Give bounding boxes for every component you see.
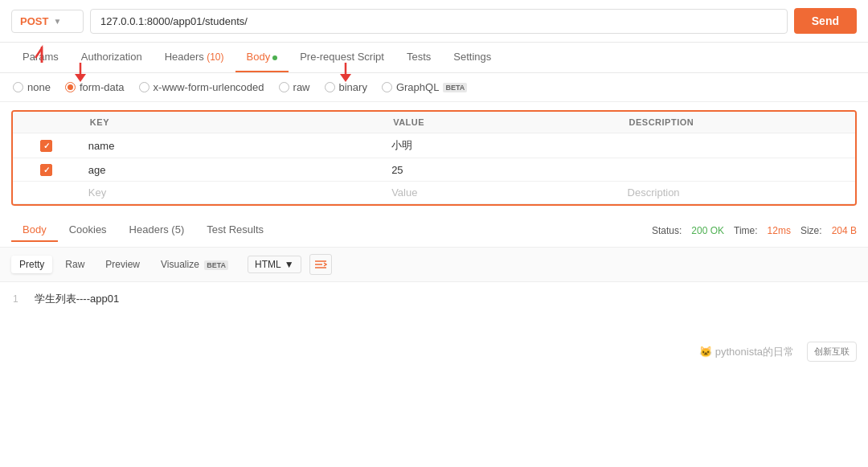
radio-form-data-circle — [65, 82, 76, 92]
radio-binary-label: binary — [339, 81, 367, 93]
row1-checkbox[interactable] — [40, 140, 52, 152]
resp-tab-test-results[interactable]: Test Results — [195, 219, 275, 242]
row2-checkbox[interactable] — [40, 164, 52, 176]
tab-pre-request[interactable]: Pre-request Script — [289, 43, 395, 72]
radio-form-data-label: form-data — [80, 81, 125, 93]
watermark-pythonista: 🐱 pythonista的日常 — [699, 345, 794, 359]
form-data-table: KEY VALUE DESCRIPTION name 小明 — [13, 112, 855, 204]
body-type-row: none form-data x-www-form-urlencoded raw… — [0, 73, 868, 102]
radio-form-data[interactable]: form-data — [65, 81, 125, 93]
method-chevron-icon: ▼ — [53, 17, 61, 26]
fmt-pretty[interactable]: Pretty — [11, 256, 52, 273]
row3-value[interactable]: Value — [383, 182, 619, 204]
radio-raw-circle — [279, 82, 289, 92]
tab-body[interactable]: Body — [235, 43, 289, 72]
resp-tab-cookies[interactable]: Cookies — [58, 219, 118, 242]
fmt-visualize[interactable]: Visualize BETA — [153, 256, 236, 273]
lang-select-label: HTML — [255, 259, 281, 270]
body-dot — [272, 55, 277, 60]
tab-tests[interactable]: Tests — [395, 43, 442, 72]
resp-tab-body[interactable]: Body — [11, 219, 58, 242]
time-label: Time: — [734, 225, 758, 236]
lang-select-chevron: ▼ — [285, 259, 294, 270]
row2-checkbox-cell[interactable] — [13, 158, 80, 182]
wrap-svg — [314, 259, 327, 270]
watermark-row: 🐱 pythonista的日常 创新互联 — [0, 330, 868, 368]
tab-headers[interactable]: Headers (10) — [154, 43, 235, 72]
radio-urlencoded-circle — [139, 82, 149, 92]
visualize-beta: BETA — [204, 260, 228, 270]
status-value: 200 OK — [691, 225, 724, 236]
graphql-beta-badge: BETA — [443, 83, 467, 92]
line-content-1: 学生列表----app01 — [35, 292, 119, 306]
radio-graphql-circle — [382, 82, 392, 92]
radio-urlencoded[interactable]: x-www-form-urlencoded — [139, 81, 264, 93]
line-number-1: 1 — [13, 293, 18, 305]
response-tabs-row: Body Cookies Headers (5) Test Results St… — [0, 214, 868, 248]
value-placeholder: Value — [391, 186, 417, 199]
time-value: 12ms — [768, 225, 791, 236]
tab-settings[interactable]: Settings — [442, 43, 502, 72]
radio-binary-circle — [325, 82, 335, 92]
wrap-icon[interactable] — [309, 254, 332, 275]
key-placeholder: Key — [88, 186, 106, 199]
status-label: Status: — [652, 225, 682, 236]
method-label: POST — [20, 15, 48, 27]
row1-key[interactable]: name — [80, 133, 383, 158]
row2-value[interactable]: 25 — [383, 158, 619, 182]
col-description: DESCRIPTION — [620, 112, 855, 133]
size-label: Size: — [800, 225, 822, 236]
table-row: Key Value Description — [13, 182, 855, 204]
form-data-table-wrap: KEY VALUE DESCRIPTION name 小明 — [11, 110, 857, 206]
radio-urlencoded-label: x-www-form-urlencoded — [154, 81, 264, 93]
send-button[interactable]: Send — [794, 8, 857, 34]
radio-none-label: none — [27, 81, 51, 93]
row1-value[interactable]: 小明 — [383, 133, 619, 158]
brand-box: 创新互联 — [807, 342, 857, 362]
radio-none[interactable]: none — [13, 81, 51, 93]
fmt-raw[interactable]: Raw — [57, 256, 92, 273]
tab-params[interactable]: Params — [11, 43, 70, 72]
radio-raw-label: raw — [293, 81, 310, 93]
row2-key[interactable]: age — [80, 158, 383, 182]
row2-description[interactable] — [620, 158, 855, 182]
row1-checkbox-cell[interactable] — [13, 133, 80, 158]
table-row: age 25 — [13, 158, 855, 182]
url-bar: POST ▼ Send — [0, 0, 868, 43]
table-row: name 小明 — [13, 133, 855, 158]
method-select[interactable]: POST ▼ — [11, 10, 84, 33]
radio-graphql-label: GraphQL — [396, 81, 439, 93]
col-value: VALUE — [383, 112, 619, 133]
radio-none-circle — [13, 82, 23, 92]
size-value: 204 B — [832, 225, 857, 236]
response-meta: Status: 200 OK Time: 12ms Size: 204 B — [652, 225, 857, 236]
fmt-preview[interactable]: Preview — [97, 256, 148, 273]
request-tabs: Params Authorization Headers (10) Body P… — [0, 43, 868, 73]
row3-key[interactable]: Key — [80, 182, 383, 204]
col-key: KEY — [80, 112, 383, 133]
url-input[interactable] — [90, 9, 788, 34]
radio-raw[interactable]: raw — [279, 81, 310, 93]
row1-description[interactable] — [620, 133, 855, 158]
response-tabs-left: Body Cookies Headers (5) Test Results — [11, 219, 275, 242]
resp-tab-headers[interactable]: Headers (5) — [118, 219, 196, 242]
row3-description[interactable]: Description — [620, 182, 855, 204]
lang-select[interactable]: HTML ▼ — [248, 256, 301, 273]
response-body: 1 学生列表----app01 — [0, 282, 868, 330]
app-container: POST ▼ Send Params Authorization Headers… — [0, 0, 868, 368]
desc-placeholder: Description — [628, 186, 680, 199]
radio-binary[interactable]: binary — [325, 81, 367, 93]
response-line-1: 1 学生列表----app01 — [13, 290, 855, 308]
format-row: Pretty Raw Preview Visualize BETA HTML ▼ — [0, 248, 868, 282]
brand-label: 创新互联 — [814, 346, 850, 358]
radio-graphql[interactable]: GraphQL BETA — [382, 81, 467, 93]
row3-checkbox-cell[interactable] — [13, 182, 80, 204]
tab-authorization[interactable]: Authorization — [70, 43, 154, 72]
